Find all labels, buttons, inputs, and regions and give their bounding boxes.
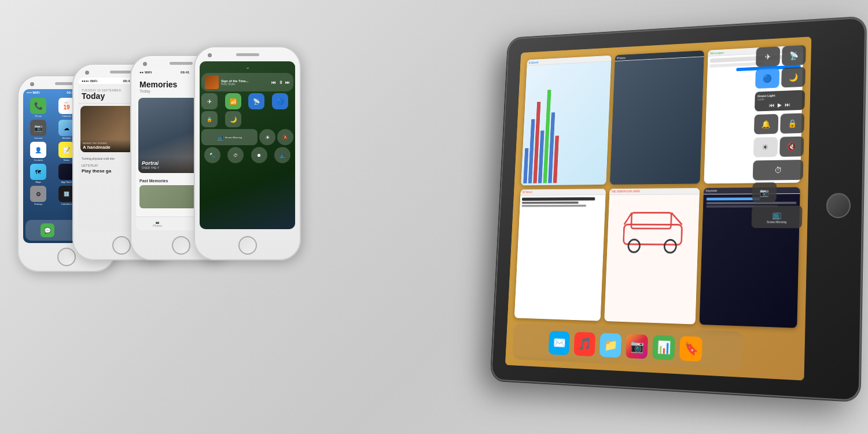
ipad-forward-btn[interactable]: ⏭ [785,101,790,108]
tab-photos[interactable]: 📷Photos [153,220,162,227]
dock-mail[interactable]: ✉️ [549,331,570,355]
svg-point-2 [628,239,640,252]
ipad-cc-row2: 🔔 🔒 [754,113,804,134]
iphone2-camera [85,71,89,75]
svg-line-4 [624,212,631,224]
svg-rect-1 [631,212,671,229]
iphone3-home-btn[interactable] [172,236,190,255]
ipad-card-keynote[interactable]: W Word [514,189,606,321]
moon-btn[interactable]: 🌙 [225,111,241,127]
iphone4-screen: ⌄ Sign of the Time... Harry Styles ⏮ ⏸ ⏭ [200,61,295,229]
ipad-notification-btn[interactable]: 🔔 [754,114,778,134]
ipad-wrapper: E Excel [490,16,868,421]
iphone1-home-btn[interactable] [57,248,76,266]
iphone4-camera [208,53,212,57]
now-playing-info: Sign of the Time... Harry Styles [221,79,269,86]
cc-spacer2 [272,111,288,127]
iphone2-home-btn[interactable] [112,236,131,255]
ipad-control-panel: ✈ 📡 🔵 🌙 Green Light Lorde ⏮ ▶ [749,45,806,328]
ipad-wifi-btn[interactable]: 📡 [781,45,806,66]
ipad-card-sketch[interactable]: THE SENIOR EXPLORER [604,187,700,324]
song-artist: Harry Styles [221,83,269,86]
ipad-dock: ✉️ 🎵 📁 📷 📊 🔖 [512,323,743,370]
iphone3-speaker [170,62,193,65]
ipad-screen-mirror-label: Screen Mirroring [767,220,786,224]
lock-rotation-btn[interactable]: 🔒 [201,111,218,127]
cc-spacer [248,111,264,127]
timer-btn[interactable]: ⏱ [227,147,244,163]
iphone1-camera [30,82,34,86]
screen-mirror-btn[interactable]: 📺 Screen Mirroring [201,129,258,145]
iphone2-signal: ●●●▪ WiFi [82,79,97,83]
appletv-btn[interactable]: 📺 [274,147,290,163]
ipad-rotation-btn[interactable]: 🔒 [780,113,805,133]
ipad-multitask: E Excel [505,36,811,380]
flashlight-btn[interactable]: 🔦 [204,147,220,163]
now-playing: Sign of the Time... Harry Styles ⏮ ⏸ ⏭ [201,73,293,91]
app-contacts[interactable]: 👤 Contacts [25,142,52,161]
ipad-now-playing: Green Light Lorde ⏮ ▶ ⏭ [755,90,805,111]
app-phone[interactable]: 📞 Phone [25,98,52,117]
ipad-cc-grid-1: ✈ 📡 🔵 🌙 [755,45,806,89]
ipad-card-excel[interactable]: E Excel [521,56,611,185]
ipad-card-excel-content [521,61,611,185]
ipad-screen: E Excel [505,36,811,380]
cc-bottom-row: 🔦 ⏱ ⏺ 📺 [201,147,293,163]
ipad-camera-btn[interactable]: 📷 [752,182,777,203]
iphone-4: ⌄ Sign of the Time... Harry Styles ⏮ ⏸ ⏭ [194,46,301,260]
ipad-card-sketch-content [606,194,700,266]
ipad-moon-btn[interactable]: 🌙 [781,67,806,88]
ipad-timer-btn[interactable]: ⏱ [753,160,804,181]
ipad-np-controls: ⏮ ▶ ⏭ [757,101,802,109]
cc-row-3: 📺 Screen Mirroring ☀ 🔕 [201,129,293,145]
wifi-btn[interactable]: 📡 [248,93,264,109]
ipad-card-photo-header: Photos [615,50,704,61]
dock-music[interactable]: 🎵 [573,332,595,356]
dock-photos[interactable]: 📷 [626,334,648,359]
ipad-card-keynote-content [514,195,606,321]
app-settings[interactable]: ⚙ Settings [25,186,52,205]
playback-controls: ⏮ ⏸ ⏭ [271,80,290,85]
cc-grid-1: ✈ 📶 📡 🔵 [201,93,293,109]
ipad-rewind-btn[interactable]: ⏮ [769,102,774,108]
iphone3-signal: ●● WiFi [139,71,152,74]
ipad-bluetooth-btn[interactable]: 🔵 [755,68,779,89]
iphone4-speaker [236,53,259,56]
app-maps[interactable]: 🗺 Maps [25,164,52,183]
car-sketch [609,196,698,260]
iphone4-home-btn[interactable] [238,236,257,255]
iphone3-time: 09:41 [181,71,189,74]
ipad-airplane-btn[interactable]: ✈ [756,46,780,67]
forward-btn[interactable]: ⏭ [285,80,290,85]
dock-keynote[interactable]: 🔖 [679,336,703,362]
pause-btn[interactable]: ⏸ [278,80,283,85]
dock-files[interactable]: 📁 [599,333,621,358]
rewind-btn[interactable]: ⏮ [271,80,276,85]
brightness-btn[interactable]: ☀ [259,129,275,145]
ipad-cc-row3: ☀ 🔇 [753,137,804,157]
ipad-cc-row4: ⏱ 📷 [752,160,804,203]
album-art [205,75,219,89]
ipad-home-btn[interactable] [826,193,851,218]
dock-numbers[interactable]: 📊 [652,335,675,361]
dock-messages[interactable]: 💬 [41,223,54,237]
svg-line-5 [671,212,682,225]
airplane-btn[interactable]: ✈ [201,93,218,109]
cellular-btn[interactable]: 📶 [225,93,241,109]
mute-btn[interactable]: 🔕 [277,129,293,145]
iphone1-signal: ▪▪▪▪ WiFi [27,91,40,94]
svg-point-3 [664,240,676,252]
iphone2-speaker [110,71,133,73]
ipad-brightness-btn[interactable]: ☀ [753,137,778,157]
record-btn[interactable]: ⏺ [251,147,267,163]
bluetooth-btn[interactable]: 🔵 [272,93,288,109]
ipad-volume-btn[interactable]: 🔇 [779,137,804,157]
control-chevron: ⌄ [200,61,295,71]
screen-mirror-label: Screen Mirroring [225,136,242,139]
iphone3-camera [143,62,147,66]
cc-grid-2: 🔒 🌙 [201,111,293,127]
ipad-screen-mirror[interactable]: 📺 Screen Mirroring [751,205,802,228]
app-camera[interactable]: 📷 Camera [25,120,52,139]
ipad-play-btn[interactable]: ▶ [777,102,782,108]
ipad-card-photo[interactable]: Photos [610,50,705,184]
